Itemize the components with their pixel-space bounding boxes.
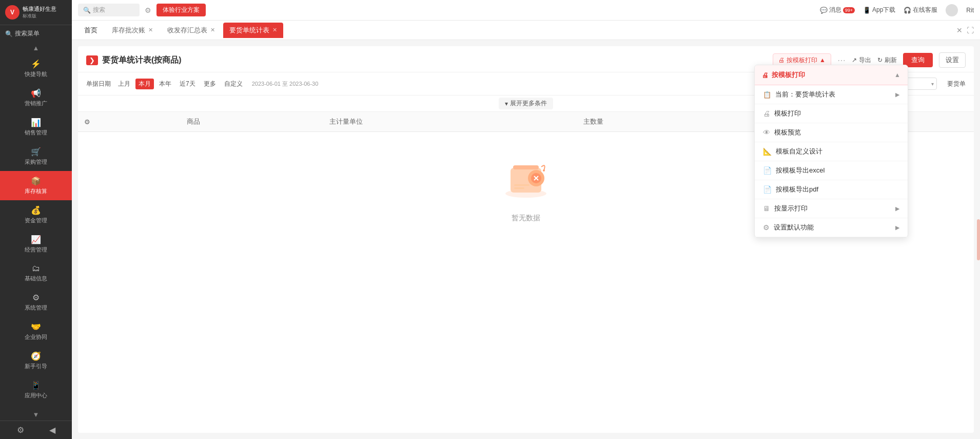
refresh-btn[interactable]: ↻ 刷新 [877,56,897,65]
settings-icon[interactable]: ⚙ [17,425,24,435]
printer-icon: 🖨 [778,56,785,64]
tab-order-stats[interactable]: 要货单统计表✕ [223,23,283,38]
tab-close-receipt-summary[interactable]: ✕ [210,27,215,33]
date-btn-更多[interactable]: 更多 [201,79,219,89]
app-download-label: App下载 [872,6,895,14]
sidebar-item-guide[interactable]: 🧭新手引导 [0,346,72,375]
dropdown-item-template-export-excel[interactable]: 📄按模板导出excel [755,161,908,180]
gear-icon[interactable]: ⚙ [145,6,151,14]
sidebar-item-finance[interactable]: 💰资金管理 [0,200,72,230]
date-btn-自定义[interactable]: 自定义 [221,79,246,89]
sidebar-item-operations[interactable]: 📈经营管理 [0,230,72,259]
message-badge: 99+ [843,7,855,13]
customer-service-btn[interactable]: 🎧 在线客服 [904,6,937,14]
sidebar-item-inventory[interactable]: 📦库存核算 [0,171,72,200]
export-btn[interactable]: ↗ 导出 [852,56,871,65]
scroll-down-arrow[interactable]: ▼ [0,409,72,421]
nav-icon-finance: 💰 [31,205,41,215]
tab-label-order-stats: 要货单统计表 [229,26,269,35]
nav-label-finance: 资金管理 [25,217,47,224]
tab-close-order-stats[interactable]: ✕ [272,27,277,33]
refresh-icon: ↻ [877,56,883,64]
expand-more-btn[interactable]: ▾ 展开更多条件 [499,98,553,109]
print-dropdown-panel: 🖨 按模板打印 ▲ 📋 当前：要货单统计表 ▶ 🖨模板打印👁模板预览📐模板自定义… [754,65,908,238]
dropdown-item-template-preview[interactable]: 👁模板预览 [755,123,908,142]
settings-btn[interactable]: 设置 [939,52,966,68]
customer-service-label: 在线客服 [913,6,937,14]
tab-home[interactable]: 首页 [78,23,104,38]
col-header-quantity: 主数量 [577,112,757,132]
dropdown-items: 🖨模板打印👁模板预览📐模板自定义设计📄按模板导出excel📄按模板导出pdf [755,104,908,199]
sidebar-item-wechat[interactable]: 💬企业微信 [0,405,72,409]
current-template-label: 当前：要货单统计表 [775,90,835,99]
main-area: 🔍 搜索 ⚙ 体验行业方案 💬 消息 99+ 📱 App下载 🎧 在线客服 Ri… [72,0,980,439]
more-options-icon[interactable]: ⋯ [837,55,846,65]
current-template-item[interactable]: 📋 当前：要货单统计表 ▶ [755,85,908,104]
dropdown-item-template-custom[interactable]: 📐模板自定义设计 [755,142,908,161]
sidebar-item-collab[interactable]: 🤝企业协同 [0,317,72,346]
dropdown-header: 🖨 按模板打印 ▲ [755,65,908,85]
sidebar-logo: V 畅康通好生意 标准版 [0,0,72,25]
dropdown-sub-item-display-print[interactable]: 🖥 按显示打印 ▶ [755,199,908,218]
dropdown-item-template-print[interactable]: 🖨模板打印 [755,104,908,123]
template-file-icon: 📋 [763,91,771,99]
sidebar-item-basics[interactable]: 🗂基础信息 [0,259,72,288]
tabbar: 首页库存批次账✕收发存汇总表✕要货单统计表✕ ✕ ⛶ [72,21,980,40]
tab-batch-account[interactable]: 库存批次账✕ [106,23,159,38]
date-btn-近7天[interactable]: 近7天 [177,79,199,89]
message-btn[interactable]: 💬 消息 99+ [820,6,855,14]
empty-text: 暂无数据 [512,214,540,223]
tab-label-receipt-summary: 收发存汇总表 [167,26,207,35]
expand-more-label: 展开更多条件 [510,99,547,108]
sidebar-item-purchase[interactable]: 🛒采购管理 [0,142,72,171]
chevron-up-icon: ▲ [819,56,826,64]
query-btn[interactable]: 查询 [903,53,933,67]
label-template-custom: 模板自定义设计 [776,147,822,156]
label-display-print: 按显示打印 [774,204,808,213]
dropdown-item-template-export-pdf[interactable]: 📄按模板导出pdf [755,180,908,199]
icon-template-preview: 👁 [763,128,770,137]
industry-btn[interactable]: 体验行业方案 [156,4,206,16]
sidebar-item-appstore[interactable]: 📱应用中心 [0,375,72,405]
tab-receipt-summary[interactable]: 收发存汇总表✕ [161,23,221,38]
collapse-page-btn[interactable]: ❯ [86,55,98,65]
expand-window-btn[interactable]: ⛶ [967,26,974,34]
col-header-settings[interactable]: ⚙ [78,112,181,132]
date-btn-本月[interactable]: 本月 [135,79,154,89]
scrollbar-indicator[interactable] [977,219,980,260]
message-icon: 💬 [820,7,828,14]
tab-close-batch-account[interactable]: ✕ [148,27,153,33]
message-label: 消息 [829,6,841,14]
logo-icon: V [5,5,19,20]
scroll-up-arrow[interactable]: ▲ [0,42,72,54]
nav-icon-collab: 🤝 [31,322,41,332]
close-window-btn[interactable]: ✕ [956,26,963,34]
sidebar-nav: ⚡快捷导航📢营销推广📊销售管理🛒采购管理📦库存核算💰资金管理📈经营管理🗂基础信息… [0,54,72,409]
search-menu[interactable]: 🔍 搜索菜单 [0,25,72,42]
date-btn-本年[interactable]: 本年 [156,79,174,89]
sidebar-item-system[interactable]: ⚙系统管理 [0,288,72,317]
label-template-export-excel: 按模板导出excel [776,166,825,175]
nav-label-inventory: 库存核算 [25,187,47,195]
sidebar-item-marketing[interactable]: 📢营销推广 [0,83,72,112]
sidebar-item-sales[interactable]: 📊销售管理 [0,112,72,142]
nav-icon-inventory: 📦 [31,176,41,186]
svg-rect-8 [514,187,524,189]
nav-label-marketing: 营销推广 [25,100,47,107]
nav-icon-quick-nav: ⚡ [31,59,41,69]
goods-filter-label: 要货单 [947,80,966,88]
nav-icon-operations: 📈 [31,235,41,244]
dropdown-sub-item-set-default[interactable]: ⚙ 设置默认功能 ▶ [755,218,908,237]
nav-label-operations: 经营管理 [25,246,47,254]
date-btn-上月[interactable]: 上月 [115,79,133,89]
app-download-btn[interactable]: 📱 App下载 [863,6,895,14]
sidebar-item-quick-nav[interactable]: ⚡快捷导航 [0,54,72,83]
nav-label-basics: 基础信息 [25,275,47,282]
logo-text: 畅康通好生意 [23,5,56,12]
collapse-icon[interactable]: ◀ [49,425,55,435]
avatar[interactable] [946,4,958,16]
topbar-search[interactable]: 🔍 搜索 [78,4,140,16]
search-icon: 🔍 [83,7,91,14]
label-template-print: 模板打印 [774,109,801,118]
dropdown-chevron-up[interactable]: ▲ [894,71,900,79]
